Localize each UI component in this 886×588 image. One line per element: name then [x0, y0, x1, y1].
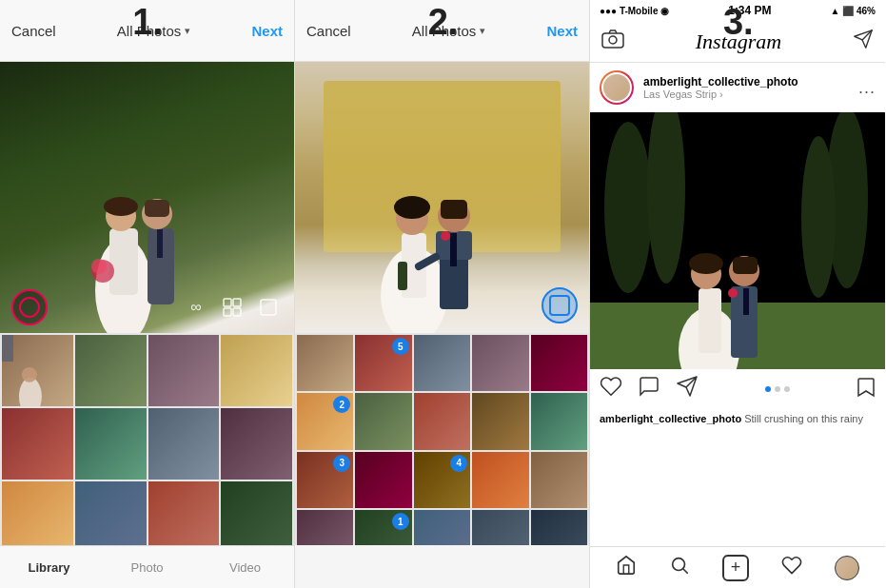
heart-nav-button[interactable] — [781, 555, 802, 580]
thumb-bg — [297, 335, 353, 391]
phone-1-next-button[interactable]: Next — [251, 23, 283, 39]
list-item[interactable] — [297, 335, 353, 391]
svg-point-28 — [441, 231, 450, 241]
list-item[interactable] — [148, 408, 220, 480]
list-item[interactable] — [472, 393, 528, 449]
list-item[interactable]: 5 — [355, 335, 411, 391]
list-item[interactable]: 1 — [355, 510, 411, 545]
profile-button[interactable] — [835, 556, 859, 580]
thumb-bg — [414, 510, 470, 545]
phone-2-album-selector[interactable]: All Photos ▾ — [412, 23, 486, 39]
thumb-badge-1: 1 — [392, 513, 409, 530]
carrier-label: ●●● T-Mobile ◉ — [600, 6, 669, 16]
list-item[interactable] — [531, 510, 587, 545]
send-icon[interactable] — [853, 29, 874, 54]
thumb-bg — [531, 393, 587, 449]
post-photo-svg — [590, 112, 885, 369]
list-item[interactable] — [472, 452, 528, 508]
list-item[interactable] — [2, 481, 73, 546]
thumb-bg — [221, 481, 292, 546]
dot-3 — [784, 386, 790, 392]
tab-video[interactable]: Video — [196, 553, 294, 582]
bookmark-button[interactable] — [856, 376, 876, 403]
phone-1-select-circle-button[interactable] — [11, 289, 48, 325]
list-item[interactable] — [75, 335, 147, 406]
grid-svg — [222, 297, 243, 318]
list-item[interactable] — [75, 408, 147, 480]
thumb-badge-5: 5 — [392, 338, 409, 355]
thumb-badge-4: 4 — [450, 455, 467, 472]
home-button[interactable] — [616, 555, 637, 580]
add-post-button[interactable]: + — [722, 555, 749, 581]
phone-1-square-icon[interactable] — [254, 293, 283, 322]
list-item[interactable] — [148, 335, 220, 406]
thumb-bg — [148, 408, 220, 480]
tab-photo[interactable]: Photo — [98, 553, 196, 582]
post-location[interactable]: Las Vegas Strip › — [643, 88, 849, 100]
phone-2-select-circle-button[interactable] — [541, 287, 578, 323]
status-bar: ●●● T-Mobile ◉ 1:34 PM ▲ ⬛ 46% — [590, 0, 885, 21]
phone-1-album-title: All Photos — [117, 23, 182, 39]
home-svg — [616, 555, 637, 576]
list-item[interactable] — [414, 393, 470, 449]
phone-1-grid-icon[interactable] — [218, 293, 246, 322]
list-item[interactable] — [148, 481, 220, 546]
svg-rect-40 — [699, 288, 721, 353]
comment-button[interactable] — [638, 375, 660, 403]
svg-point-18 — [22, 367, 37, 382]
list-item[interactable] — [221, 408, 292, 480]
list-item[interactable] — [75, 481, 147, 546]
list-item[interactable] — [531, 393, 587, 449]
camera-icon[interactable] — [601, 29, 624, 55]
list-item[interactable] — [297, 510, 353, 545]
svg-point-37 — [801, 136, 836, 298]
list-item[interactable] — [472, 510, 528, 545]
svg-point-46 — [728, 288, 738, 298]
list-item[interactable] — [2, 335, 73, 406]
list-item[interactable] — [472, 335, 528, 391]
phone-1-album-selector[interactable]: All Photos ▾ — [117, 23, 191, 39]
list-item[interactable] — [414, 335, 470, 391]
phone-2-circle-inner — [549, 295, 570, 316]
list-item[interactable] — [221, 481, 292, 546]
list-item[interactable]: 3 — [297, 452, 353, 508]
thumb-bg — [531, 510, 587, 545]
caption-username[interactable]: amberlight_collective_photo — [600, 413, 741, 424]
phone-2-main-photo — [295, 62, 589, 333]
svg-rect-27 — [450, 233, 457, 266]
instagram-post-photo — [590, 112, 885, 369]
send-svg — [853, 29, 874, 49]
list-item[interactable]: 2 — [297, 393, 353, 449]
svg-rect-8 — [157, 229, 163, 258]
list-item[interactable] — [355, 452, 411, 508]
post-more-button[interactable]: ... — [858, 78, 876, 98]
phone-2-cancel-button[interactable]: Cancel — [306, 23, 351, 39]
list-item[interactable]: 4 — [414, 452, 470, 508]
thumb-bg — [221, 335, 292, 406]
phone-1: Cancel All Photos ▾ Next — [0, 0, 295, 588]
post-username[interactable]: amberlight_collective_photo — [643, 75, 849, 88]
svg-point-32 — [609, 36, 617, 44]
list-item[interactable] — [531, 335, 587, 391]
list-item[interactable] — [221, 335, 292, 406]
search-button[interactable] — [669, 555, 690, 580]
phone-2-thumb-grid-wrapper: 5 2 3 — [295, 333, 589, 545]
dot-1 — [765, 386, 771, 392]
share-button[interactable] — [676, 375, 699, 403]
phone-1-expand-icon[interactable]: ∞ — [182, 293, 210, 322]
svg-point-6 — [104, 197, 138, 216]
caption-text: Still crushing on this rainy — [744, 413, 863, 424]
list-item[interactable] — [355, 393, 411, 449]
battery-label: ▲ ⬛ 46% — [831, 6, 876, 16]
phone-3: ●●● T-Mobile ◉ 1:34 PM ▲ ⬛ 46% Instagram — [590, 0, 885, 588]
svg-point-48 — [673, 559, 685, 571]
list-item[interactable] — [414, 510, 470, 545]
square-svg — [258, 297, 279, 318]
list-item[interactable] — [2, 408, 73, 480]
phone-1-cancel-button[interactable]: Cancel — [11, 23, 56, 39]
tab-library[interactable]: Library — [0, 553, 98, 582]
list-item[interactable] — [531, 452, 587, 508]
like-button[interactable] — [600, 375, 622, 403]
phone-2-next-button[interactable]: Next — [546, 23, 578, 39]
thumb-bg — [75, 335, 147, 406]
